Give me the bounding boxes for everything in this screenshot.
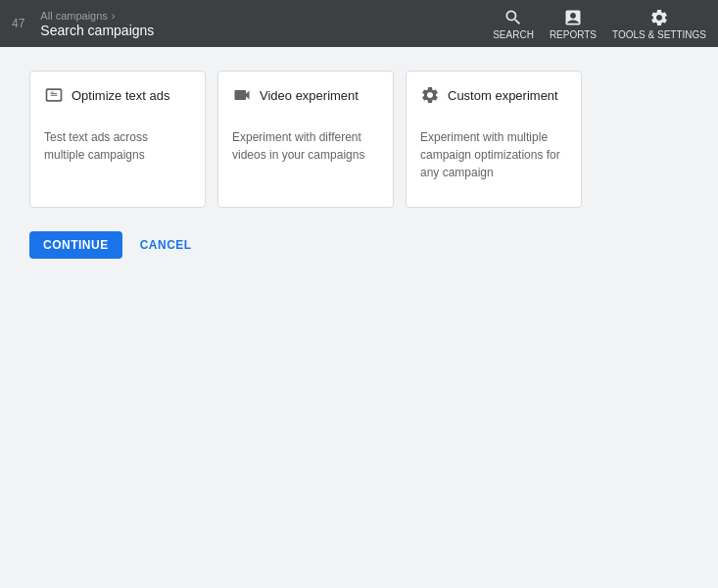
- card-video-experiment[interactable]: Video experiment Experiment with differe…: [217, 71, 394, 208]
- breadcrumb[interactable]: All campaigns ›: [40, 10, 154, 22]
- reports-nav-button[interactable]: REPORTS: [550, 8, 597, 40]
- experiment-cards-row: Optimize text ads Test text ads across m…: [29, 71, 689, 208]
- tools-icon: [649, 8, 669, 27]
- gear-icon: [420, 85, 440, 105]
- card-header-custom: Custom experiment: [420, 85, 567, 105]
- card-title-video: Video experiment: [260, 88, 359, 103]
- card-title-custom: Custom experiment: [448, 88, 558, 103]
- continue-button[interactable]: CONTINUE: [29, 231, 122, 259]
- actions-row: CONTINUE CANCEL: [29, 231, 689, 259]
- page-title: Search campaigns: [40, 23, 154, 38]
- search-label: SEARCH: [493, 29, 534, 40]
- top-navigation: 47 All campaigns › Search campaigns SEAR…: [0, 0, 718, 47]
- card-custom-experiment[interactable]: Custom experiment Experiment with multip…: [406, 71, 582, 208]
- text-ad-icon: [44, 85, 64, 105]
- card-desc-optimize: Test text ads across multiple campaigns: [44, 128, 191, 164]
- main-content: Optimize text ads Test text ads across m…: [0, 47, 718, 282]
- card-optimize-text-ads[interactable]: Optimize text ads Test text ads across m…: [29, 71, 206, 208]
- search-nav-button[interactable]: SEARCH: [493, 8, 534, 40]
- tools-nav-button[interactable]: TOOLS & SETTINGS: [612, 8, 706, 40]
- account-id: 47: [12, 17, 24, 30]
- video-icon: [232, 85, 252, 105]
- nav-right-icons: SEARCH REPORTS TOOLS & SETTINGS: [493, 8, 706, 40]
- cancel-button[interactable]: CANCEL: [130, 231, 202, 259]
- search-icon: [503, 8, 523, 27]
- card-title-optimize: Optimize text ads: [72, 88, 169, 103]
- breadcrumb-separator: ›: [112, 10, 116, 22]
- card-desc-video: Experiment with different videos in your…: [232, 128, 379, 164]
- card-header-optimize: Optimize text ads: [44, 85, 191, 105]
- reports-icon: [563, 8, 583, 27]
- card-header-video: Video experiment: [232, 85, 379, 105]
- breadcrumb-all-campaigns[interactable]: All campaigns: [40, 10, 107, 22]
- tools-label: TOOLS & SETTINGS: [612, 29, 706, 40]
- card-desc-custom: Experiment with multiple campaign optimi…: [420, 128, 567, 181]
- reports-label: REPORTS: [550, 29, 597, 40]
